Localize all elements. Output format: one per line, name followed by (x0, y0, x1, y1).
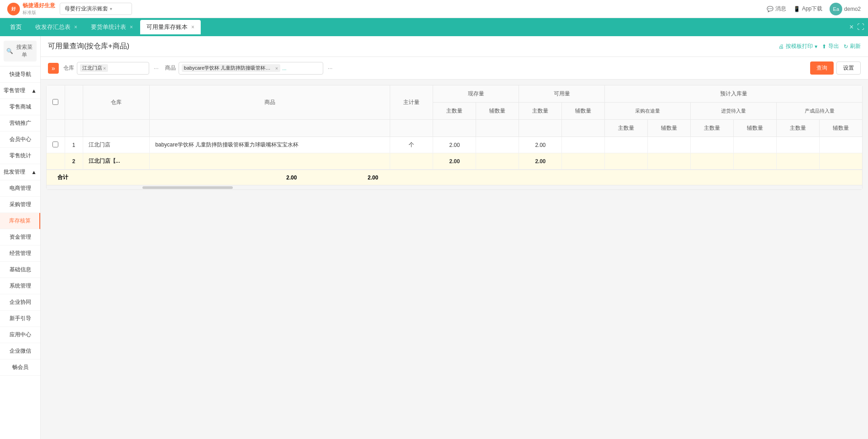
settings-btn[interactable]: 设置 (836, 61, 861, 75)
td-inbound-main-sub (691, 153, 734, 170)
td-stock-main-sub: 2.00 (433, 153, 476, 170)
product-tag-container[interactable]: babycare学饮杯 儿童防摔防撞吸管杯重力球吸嘴杯宝宝水杯 × ... (179, 62, 323, 75)
page-header: 可用量查询(按仓库+商品) 🖨 按模板打印 ▾ ⬆ 导出 ↻ 刷新 (41, 36, 868, 57)
tab-close-icon[interactable]: × (74, 24, 77, 30)
store-name: 母婴行业演示账套 (65, 5, 108, 13)
sidebar-item-marketing[interactable]: 营销推广 (0, 115, 40, 132)
user-area[interactable]: Ea demo2 (830, 3, 861, 15)
sidebar-item-finance[interactable]: 资金管理 (0, 229, 40, 245)
product-tag-more[interactable]: ... (282, 66, 286, 71)
tab-close-icon[interactable]: × (191, 24, 194, 30)
sidebar-item-purchase[interactable]: 采购管理 (0, 197, 40, 213)
sidebar-item-new-guide[interactable]: 新手引导 (0, 311, 40, 327)
tab-home[interactable]: 首页 (4, 23, 28, 31)
th-purchase-main: 主数量 (605, 120, 648, 137)
sidebar-item-member[interactable]: 会员中心 (0, 132, 40, 148)
content-area: 可用量查询(按仓库+商品) 🖨 按模板打印 ▾ ⬆ 导出 ↻ 刷新 » (41, 36, 868, 439)
sidebar-item-retail-stats[interactable]: 零售统计 (0, 148, 40, 164)
sidebar: 🔍 搜索菜单 快捷导航 零售管理▲ 零售商城 营销推广 会员中心 零售统计 批发… (0, 36, 41, 439)
message-icon: 💬 (767, 6, 774, 12)
th-production-aux: 辅数量 (820, 120, 862, 137)
product-label: 商品 (165, 64, 176, 72)
dropdown-arrow-icon: ▾ (110, 6, 112, 11)
sidebar-item-wholesale-mgmt[interactable]: 批发管理▲ (0, 164, 40, 180)
th-empty-1 (47, 120, 65, 137)
scrollbar-area (47, 185, 862, 189)
tab-order-stats[interactable]: 要货单统计表 × (85, 20, 139, 34)
tab-nav-right: × ⛶ (849, 23, 864, 31)
td-available-aux (562, 137, 605, 153)
td-warehouse-sub: 江北门店【... (83, 153, 150, 170)
td-checkbox[interactable] (47, 137, 65, 153)
tab-receipt-summary[interactable]: 收发存汇总表 × (29, 20, 84, 34)
th-empty-3 (83, 120, 150, 137)
sidebar-item-retail-store[interactable]: 零售商城 (0, 99, 40, 115)
horizontal-scrollbar[interactable] (142, 186, 233, 189)
sidebar-item-sys-mgmt[interactable]: 系统管理 (0, 278, 40, 294)
td-unit: 个 (390, 137, 433, 153)
sidebar-item-member2[interactable]: 畅会员 (0, 359, 40, 376)
user-name: demo2 (844, 6, 861, 12)
print-btn[interactable]: 🖨 按模板打印 ▾ (778, 42, 817, 50)
td-num-sub: 2 (65, 153, 83, 170)
row-checkbox[interactable] (52, 142, 58, 147)
sidebar-item-app-center[interactable]: 应用中心 (0, 327, 40, 343)
select-all-checkbox[interactable] (52, 99, 58, 105)
td-product-sub (150, 153, 390, 170)
td-purchase-aux (648, 137, 691, 153)
export-btn[interactable]: ⬆ 导出 (822, 42, 839, 50)
product-more-icon[interactable]: ··· (326, 65, 335, 71)
refresh-icon: ↻ (844, 43, 848, 50)
logo-icon: 好 (7, 3, 20, 15)
refresh-btn[interactable]: ↻ 刷新 (844, 42, 861, 50)
th-purchase-aux: 辅数量 (648, 120, 691, 137)
td-inbound-aux-sub (734, 153, 777, 170)
td-available-main-sub: 2.00 (519, 153, 562, 170)
tab-label: 收发存汇总表 (35, 23, 71, 31)
th-empty-6 (433, 120, 476, 137)
warehouse-tag-container[interactable]: 江北门店 × (77, 62, 149, 75)
app-download-btn[interactable]: 📱 App下载 (793, 5, 822, 13)
top-bar: 好 畅捷通好生意 标准版 母婴行业演示账套 ▾ 💬 消息 📱 App下载 Ea … (0, 0, 868, 18)
td-production-main (777, 137, 820, 153)
message-btn[interactable]: 💬 消息 (767, 5, 786, 13)
th-forecast-group: 预计入库量 (605, 85, 862, 103)
td-inbound-main (691, 137, 734, 153)
sidebar-item-ecommerce[interactable]: 电商管理 (0, 180, 40, 197)
export-icon: ⬆ (822, 43, 826, 50)
sidebar-item-basic-info[interactable]: 基础信息 (0, 262, 40, 278)
td-product: babycare学饮杯 儿童防摔防撞吸管杯重力球吸嘴杯宝宝水杯 (150, 137, 390, 153)
data-table-wrap: 仓库 商品 主计量 现存量 可用量 预计入库量 主数量 辅数量 主数量 (46, 85, 863, 190)
fullscreen-icon[interactable]: ⛶ (857, 23, 864, 31)
th-empty-2 (65, 120, 83, 137)
search-menu-btn[interactable]: 🔍 搜索菜单 (4, 41, 37, 61)
footer-stock-main: 2.00 (269, 175, 314, 181)
filter-expand-btn[interactable]: » (48, 63, 59, 74)
warehouse-tag: 江北门店 × (80, 64, 108, 72)
sidebar-item-retail-mgmt[interactable]: 零售管理▲ (0, 83, 40, 99)
filter-bar: » 仓库 江北门店 × ··· 商品 babycare学饮杯 儿童防摔防撞吸管杯… (41, 57, 868, 80)
remove-warehouse-tag-icon[interactable]: × (103, 66, 106, 71)
th-num (65, 85, 83, 120)
sidebar-item-enterprise[interactable]: 企业协同 (0, 294, 40, 311)
query-btn[interactable]: 查询 (810, 61, 834, 75)
expand-icon: ▲ (31, 169, 37, 175)
td-production-main-sub (777, 153, 820, 170)
sidebar-item-operations[interactable]: 经营管理 (0, 245, 40, 262)
sidebar-item-enterprise-wechat[interactable]: 企业微信 (0, 343, 40, 359)
tab-close-icon[interactable]: × (130, 24, 133, 30)
warehouse-more-icon[interactable]: ··· (152, 65, 160, 71)
sidebar-item-inventory[interactable]: 库存核算 (0, 213, 40, 229)
close-all-icon[interactable]: × (849, 23, 854, 31)
sidebar-item-quick-nav[interactable]: 快捷导航 (0, 66, 40, 83)
tab-available-stock[interactable]: 可用量库存账本 × (140, 20, 201, 34)
warehouse-filter: 仓库 江北门店 × ··· (63, 62, 160, 75)
td-available-aux-sub (562, 153, 605, 170)
table-scroll[interactable]: 仓库 商品 主计量 现存量 可用量 预计入库量 主数量 辅数量 主数量 (47, 85, 862, 170)
td-inbound-aux (734, 137, 777, 153)
td-purchase-main-sub (605, 153, 648, 170)
store-selector[interactable]: 母婴行业演示账套 ▾ (60, 3, 132, 15)
remove-product-tag-0-icon[interactable]: × (275, 66, 278, 71)
data-table: 仓库 商品 主计量 现存量 可用量 预计入库量 主数量 辅数量 主数量 (47, 85, 862, 170)
th-empty-7 (476, 120, 519, 137)
